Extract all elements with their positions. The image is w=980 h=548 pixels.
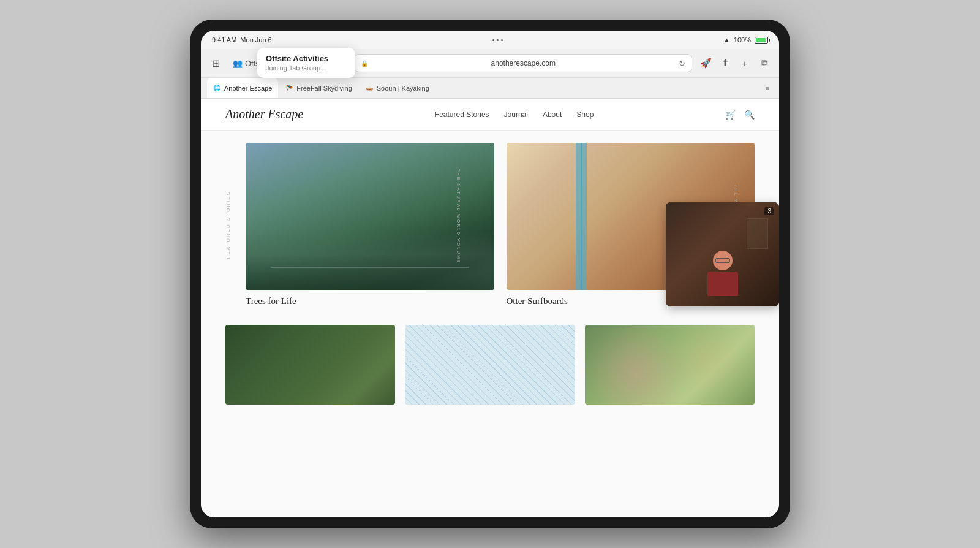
site-logo[interactable]: Another Escape — [225, 107, 303, 121]
nav-featured-stories[interactable]: Featured Stories — [435, 110, 489, 119]
tooltip-subtitle: Joining Tab Group... — [266, 64, 347, 72]
status-time: 9:41 AM Mon Jun 6 — [212, 36, 272, 44]
tab-favicon-1: 🌐 — [213, 85, 221, 91]
lock-icon: 🔒 — [361, 60, 368, 67]
small-card-flowers[interactable] — [585, 325, 755, 405]
small-card-image-flowers — [585, 325, 755, 405]
sidebar-button[interactable]: ⊞ — [207, 55, 224, 72]
share-button[interactable]: ⬆ — [717, 55, 734, 72]
nav-shop[interactable]: Shop — [576, 110, 594, 119]
topo-image — [405, 325, 575, 405]
ipad-frame: 9:41 AM Mon Jun 6 ▲ 100% ⊞ — [190, 20, 790, 528]
card-otter-surfboards[interactable]: THE WATER VOLUME Otter Surfboards — [507, 143, 755, 306]
picture-in-picture[interactable]: 3 — [666, 202, 779, 306]
site-nav: Featured Stories Journal About Shop — [435, 110, 594, 119]
tab-group-tooltip: Offsite Activities Joining Tab Group... — [257, 48, 355, 78]
main-content: FEATURED STORIES THE NATURAL WORLD VOLUM… — [201, 131, 779, 423]
tabs-row: 🌐 Another Escape 🪂 FreeFall Skydiving 🛶 … — [201, 77, 779, 98]
small-card-forest[interactable] — [225, 325, 395, 405]
dot-1 — [492, 39, 494, 41]
url-text: anotherescape.com — [372, 59, 675, 67]
search-button[interactable]: 🔍 — [744, 110, 755, 120]
pip-badge: 3 — [764, 207, 774, 215]
card-image-lake: THE NATURAL WORLD VOLUME — [246, 143, 494, 290]
status-bar: 9:41 AM Mon Jun 6 ▲ 100% — [201, 31, 779, 49]
wifi-icon: ▲ — [723, 36, 730, 44]
featured-section: FEATURED STORIES THE NATURAL WORLD VOLUM… — [225, 131, 755, 319]
tab-freefall[interactable]: 🪂 FreeFall Skydiving — [279, 78, 358, 98]
time-display: 9:41 AM — [212, 36, 236, 44]
forest-image — [225, 325, 395, 405]
card-trees-for-life[interactable]: THE NATURAL WORLD VOLUME Trees for Life — [246, 143, 494, 306]
reload-button[interactable]: ↻ — [679, 59, 685, 68]
pip-video: 3 — [666, 202, 779, 306]
battery-fill — [756, 38, 766, 42]
status-dots — [492, 39, 503, 41]
tab-kayaking[interactable]: 🛶 Sooun | Kayaking — [360, 78, 435, 98]
flowers-image — [585, 325, 755, 405]
site-header: Another Escape Featured Stories Journal … — [201, 99, 779, 131]
pip-head — [713, 251, 733, 270]
featured-label: FEATURED STORIES — [225, 191, 231, 259]
toolbar-actions: 🚀 ⬆ + ⧉ — [697, 55, 773, 72]
cart-button[interactable]: 🛒 — [725, 110, 736, 120]
battery-icon — [755, 37, 768, 44]
featured-cards: THE NATURAL WORLD VOLUME Trees for Life … — [246, 143, 755, 306]
tabs-button[interactable]: ⧉ — [756, 55, 773, 72]
dot-2 — [497, 39, 499, 41]
browser-chrome: ⊞ 👥 Offsite Activities ‹ › 🔒 anotheresca… — [201, 49, 779, 99]
pip-background-detail — [747, 218, 768, 249]
status-indicators: ▲ 100% — [723, 36, 768, 44]
website-content[interactable]: Another Escape Featured Stories Journal … — [201, 99, 779, 517]
tab-favicon-2: 🪂 — [285, 85, 293, 91]
tab-group-icon: 👥 — [233, 59, 243, 68]
tab-title-3: Sooun | Kayaking — [377, 85, 429, 92]
dot-3 — [501, 39, 503, 41]
small-card-image-forest — [225, 325, 395, 405]
tab-title-1: Another Escape — [224, 85, 272, 92]
battery-percent: 100% — [734, 36, 751, 44]
nav-journal[interactable]: Journal — [504, 110, 528, 119]
tab-another-escape[interactable]: 🌐 Another Escape — [207, 78, 278, 98]
tab-title-2: FreeFall Skydiving — [296, 85, 352, 92]
nav-about[interactable]: About — [543, 110, 562, 119]
ipad-screen: 9:41 AM Mon Jun 6 ▲ 100% ⊞ — [201, 31, 779, 517]
rocket-button[interactable]: 🚀 — [697, 55, 714, 72]
tab-favicon-3: 🛶 — [366, 85, 373, 91]
pip-person — [707, 251, 738, 296]
bottom-cards — [225, 325, 755, 405]
pip-glasses — [715, 258, 730, 263]
small-card-image-topo — [405, 325, 575, 405]
new-tab-button[interactable]: + — [736, 55, 753, 72]
card-volume-label-1: THE NATURAL WORLD VOLUME — [456, 169, 461, 264]
date-display: Mon Jun 6 — [240, 36, 271, 44]
small-card-topo[interactable] — [405, 325, 575, 405]
sidebar-ext-button[interactable]: ≡ — [762, 78, 773, 98]
pip-body — [707, 272, 738, 296]
nav-icons: 🛒 🔍 — [725, 110, 755, 120]
tooltip-title: Offsite Activities — [266, 54, 347, 63]
card-title-1: Trees for Life — [246, 296, 494, 306]
address-bar[interactable]: 🔒 anotherescape.com ↻ — [354, 54, 692, 72]
